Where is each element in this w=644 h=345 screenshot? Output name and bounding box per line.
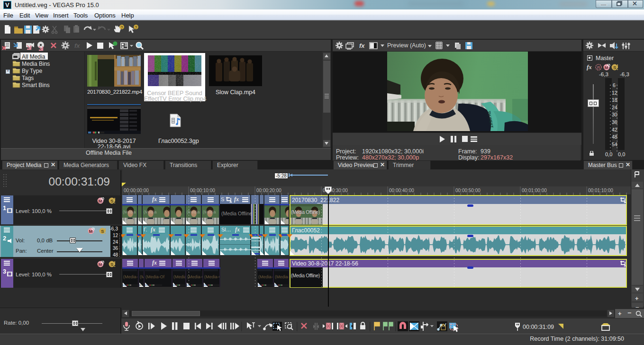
svg-text:?: ? bbox=[135, 25, 137, 30]
svg-text:fx: fx bbox=[359, 42, 365, 49]
svg-text:S: S bbox=[110, 262, 114, 267]
svg-text:?: ? bbox=[120, 25, 123, 30]
svg-text:S: S bbox=[613, 65, 617, 70]
svg-text:fx: fx bbox=[74, 42, 80, 49]
svg-text:M: M bbox=[605, 65, 608, 70]
svg-text:R: R bbox=[597, 65, 600, 70]
svg-text:S: S bbox=[110, 198, 114, 203]
svg-text:S: S bbox=[101, 229, 104, 234]
